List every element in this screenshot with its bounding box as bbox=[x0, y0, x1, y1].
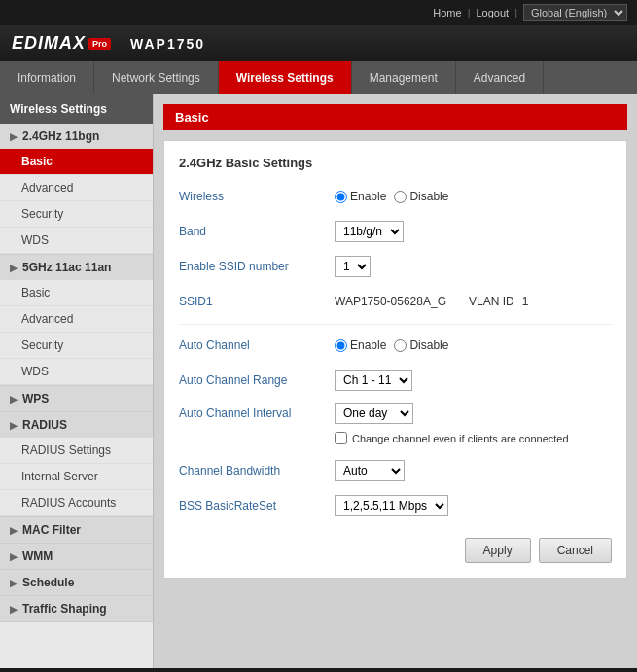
settings-box: 2.4GHz Basic Settings Wireless Enable Di… bbox=[163, 140, 627, 579]
logout-link[interactable]: Logout bbox=[476, 7, 509, 18]
sidebar-group-24ghz[interactable]: ▶ 2.4GHz 11bgn bbox=[0, 124, 153, 149]
auto-channel-disable-label[interactable]: Disable bbox=[394, 338, 448, 352]
settings-box-title: 2.4GHz Basic Settings bbox=[179, 156, 612, 170]
sidebar-section-24ghz: ▶ 2.4GHz 11bgn Basic Advanced Security W… bbox=[0, 124, 153, 255]
auto-channel-row: Auto Channel Enable Disable bbox=[179, 333, 612, 358]
sidebar-group-schedule-label: Schedule bbox=[22, 576, 74, 589]
sidebar-section-wmm: ▶ WMM bbox=[0, 544, 153, 570]
auto-channel-enable-text: Enable bbox=[350, 338, 386, 352]
content-area: Basic 2.4GHz Basic Settings Wireless Ena… bbox=[154, 94, 637, 668]
nav-bar: Information Network Settings Wireless Se… bbox=[0, 61, 637, 94]
sidebar-group-radius-label: RADIUS bbox=[22, 418, 67, 432]
channel-bandwidth-select[interactable]: Auto 20 MHz 40 MHz bbox=[335, 460, 405, 481]
sidebar-item-5ghz-wds[interactable]: WDS bbox=[0, 359, 153, 385]
header: EDIMAX Pro WAP1750 bbox=[0, 25, 637, 61]
wireless-enable-text: Enable bbox=[350, 190, 386, 203]
home-link[interactable]: Home bbox=[433, 7, 461, 18]
vlan-value: 1 bbox=[522, 295, 529, 308]
bss-basic-rate-set-select[interactable]: 1,2,5.5,11 Mbps 1,2 Mbps All bbox=[335, 495, 448, 516]
wireless-enable-radio[interactable] bbox=[335, 191, 347, 203]
sidebar-group-mac-filter[interactable]: ▶ MAC Filter bbox=[0, 517, 153, 543]
wireless-enable-label[interactable]: Enable bbox=[335, 190, 386, 203]
content-title: Basic bbox=[163, 104, 627, 130]
form-divider bbox=[179, 324, 612, 325]
enable-ssid-number-select[interactable]: 1 2 3 4 bbox=[335, 256, 371, 277]
apply-button[interactable]: Apply bbox=[465, 538, 531, 563]
auto-channel-range-select[interactable]: Ch 1 - 11 Ch 1 - 13 Ch 1 - 14 bbox=[335, 370, 412, 391]
sidebar-item-radius-accounts[interactable]: RADIUS Accounts bbox=[0, 490, 153, 516]
sidebar-item-24ghz-wds[interactable]: WDS bbox=[0, 228, 153, 254]
ssid1-control: WAP1750-05628A_G VLAN ID 1 bbox=[335, 295, 528, 308]
brand-name: EDIMAX bbox=[12, 33, 86, 53]
arrow-icon: ▶ bbox=[10, 525, 18, 536]
sidebar-item-24ghz-security[interactable]: Security bbox=[0, 201, 153, 228]
sidebar-group-wps[interactable]: ▶ WPS bbox=[0, 386, 153, 411]
language-select[interactable]: Global (English) bbox=[523, 4, 627, 21]
arrow-icon: ▶ bbox=[10, 551, 18, 562]
ssid1-row: SSID1 WAP1750-05628A_G VLAN ID 1 bbox=[179, 289, 612, 314]
channel-bandwidth-row: Channel Bandwidth Auto 20 MHz 40 MHz bbox=[179, 458, 612, 483]
button-row: Apply Cancel bbox=[179, 538, 612, 563]
sidebar-item-24ghz-basic[interactable]: Basic bbox=[0, 149, 153, 175]
nav-item-network-settings[interactable]: Network Settings bbox=[94, 61, 219, 94]
nav-item-information[interactable]: Information bbox=[0, 61, 94, 94]
auto-channel-interval-label: Auto Channel Interval bbox=[179, 407, 335, 420]
band-select[interactable]: 11b/g/n 11b 11g 11n bbox=[335, 221, 404, 242]
sidebar-section-wps: ▶ WPS bbox=[0, 386, 153, 412]
sidebar-item-5ghz-basic[interactable]: Basic bbox=[0, 280, 153, 306]
sidebar-group-wmm[interactable]: ▶ WMM bbox=[0, 544, 153, 569]
arrow-icon: ▶ bbox=[10, 131, 18, 142]
sidebar-group-traffic-shaping[interactable]: ▶ Traffic Shaping bbox=[0, 596, 153, 621]
enable-ssid-number-control: 1 2 3 4 bbox=[335, 256, 371, 277]
wireless-disable-text: Disable bbox=[409, 190, 448, 203]
sidebar-title: Wireless Settings bbox=[0, 94, 153, 124]
sidebar-item-24ghz-advanced[interactable]: Advanced bbox=[0, 175, 153, 201]
sidebar-group-radius[interactable]: ▶ RADIUS bbox=[0, 412, 153, 438]
arrow-icon: ▶ bbox=[10, 394, 18, 405]
change-channel-label: Change channel even if clients are conne… bbox=[352, 433, 569, 444]
nav-item-management[interactable]: Management bbox=[352, 61, 456, 94]
auto-channel-range-label: Auto Channel Range bbox=[179, 373, 335, 387]
auto-channel-enable-label[interactable]: Enable bbox=[335, 338, 386, 352]
device-name: WAP1750 bbox=[130, 36, 205, 52]
band-label: Band bbox=[179, 225, 335, 238]
sidebar-section-5ghz: ▶ 5GHz 11ac 11an Basic Advanced Security… bbox=[0, 255, 153, 386]
sidebar-item-5ghz-advanced[interactable]: Advanced bbox=[0, 306, 153, 333]
band-row: Band 11b/g/n 11b 11g 11n bbox=[179, 219, 612, 244]
nav-item-advanced[interactable]: Advanced bbox=[456, 61, 544, 94]
arrow-icon: ▶ bbox=[10, 263, 18, 273]
wireless-disable-radio[interactable] bbox=[394, 191, 407, 203]
top-bar: Home | Logout | Global (English) bbox=[0, 0, 637, 25]
auto-channel-enable-radio[interactable] bbox=[335, 339, 347, 352]
sidebar-group-5ghz-label: 5GHz 11ac 11an bbox=[22, 261, 111, 274]
sidebar-section-radius: ▶ RADIUS RADIUS Settings Internal Server… bbox=[0, 412, 153, 517]
sidebar-item-radius-internal-server[interactable]: Internal Server bbox=[0, 464, 153, 490]
bss-basic-rate-set-control: 1,2,5.5,11 Mbps 1,2 Mbps All bbox=[335, 495, 448, 516]
sidebar-item-radius-settings[interactable]: RADIUS Settings bbox=[0, 438, 153, 464]
bss-basic-rate-set-row: BSS BasicRateSet 1,2,5.5,11 Mbps 1,2 Mbp… bbox=[179, 493, 612, 518]
change-channel-checkbox[interactable] bbox=[335, 432, 347, 444]
sidebar-item-5ghz-security[interactable]: Security bbox=[0, 333, 153, 359]
auto-channel-disable-radio[interactable] bbox=[394, 339, 407, 352]
wireless-label: Wireless bbox=[179, 190, 335, 203]
arrow-icon: ▶ bbox=[10, 420, 18, 431]
arrow-icon: ▶ bbox=[10, 578, 18, 588]
cancel-button[interactable]: Cancel bbox=[539, 538, 612, 563]
main-layout: Wireless Settings ▶ 2.4GHz 11bgn Basic A… bbox=[0, 94, 637, 668]
channel-bandwidth-control: Auto 20 MHz 40 MHz bbox=[335, 460, 405, 481]
sidebar-section-schedule: ▶ Schedule bbox=[0, 570, 153, 596]
nav-item-wireless-settings[interactable]: Wireless Settings bbox=[219, 61, 352, 94]
logo: EDIMAX Pro bbox=[12, 33, 111, 53]
sidebar-section-mac-filter: ▶ MAC Filter bbox=[0, 517, 153, 544]
sidebar-group-5ghz[interactable]: ▶ 5GHz 11ac 11an bbox=[0, 255, 153, 280]
ssid1-value: WAP1750-05628A_G bbox=[335, 295, 446, 308]
wireless-disable-label[interactable]: Disable bbox=[394, 190, 448, 203]
sidebar-group-wmm-label: WMM bbox=[22, 549, 53, 563]
pro-badge: Pro bbox=[88, 38, 111, 50]
enable-ssid-number-row: Enable SSID number 1 2 3 4 bbox=[179, 254, 612, 279]
auto-channel-interval-row: Auto Channel Interval One day One hour H… bbox=[179, 403, 612, 444]
channel-bandwidth-label: Channel Bandwidth bbox=[179, 464, 335, 477]
sidebar-group-wps-label: WPS bbox=[22, 392, 49, 406]
auto-channel-interval-select[interactable]: One day One hour Half day bbox=[335, 403, 413, 424]
sidebar-group-schedule[interactable]: ▶ Schedule bbox=[0, 570, 153, 595]
